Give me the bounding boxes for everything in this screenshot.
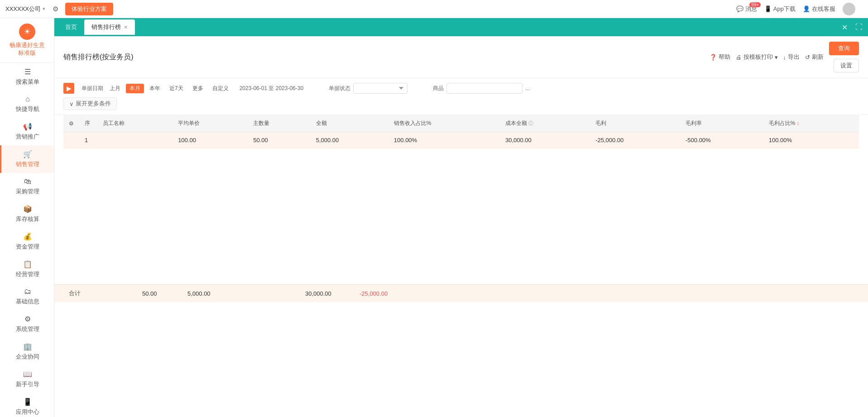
filter-toggle-btn[interactable]: ▶ [63, 83, 74, 94]
filter-area: ▶ 单据日期 上月 本月 本年 近7天 更多 自定义 [54, 78, 868, 115]
refresh-button[interactable]: ↺ 刷新 [805, 53, 824, 61]
sidebar-item-search[interactable]: ☰ 搜索菜单 [0, 63, 54, 91]
refresh-icon: ↺ [805, 54, 810, 61]
enterprise-icon: 🏢 [23, 342, 32, 351]
goods-label: 商品 [433, 85, 444, 92]
sidebar-item-system-label: 系统管理 [16, 325, 39, 333]
inventory-icon: 📦 [23, 205, 32, 213]
sidebar-item-purchase-label: 采购管理 [16, 187, 39, 196]
export-button[interactable]: ↓ 导出 [783, 53, 800, 61]
sidebar-item-inventory-label: 库存核算 [16, 215, 39, 223]
goods-input[interactable] [446, 83, 523, 94]
cell-employee [97, 132, 173, 149]
settings-icon[interactable]: ⚙ [49, 3, 62, 15]
table-header: ⚙ 序 员工名称 平均单价 主数量 全额 销售收入占比% 成本全额 ⓘ 毛利 毛… [63, 115, 859, 132]
top-right-actions: 💬 消息 99+ 📱 App下载 👤 在线客服 [736, 3, 863, 15]
sidebar-item-marketing-label: 营销推广 [16, 133, 39, 141]
date-label: 单据日期 [82, 85, 103, 92]
status-select[interactable] [353, 83, 408, 94]
marketing-icon: 📢 [23, 122, 32, 131]
date-opt-7days[interactable]: 近7天 [166, 84, 187, 93]
cell-main-qty: 50.00 [248, 132, 310, 149]
logo-icon: ☀ [19, 24, 35, 40]
template-print-label: 按模板打印 [743, 53, 773, 61]
search-menu-icon: ☰ [24, 67, 31, 76]
help-label: 帮助 [719, 53, 730, 61]
trial-button[interactable]: 体验行业方案 [65, 3, 113, 15]
date-opt-last-month[interactable]: 上月 [106, 84, 124, 93]
expand-button[interactable]: ∨ 展开更多条件 [63, 97, 117, 110]
col-gross-rate: 毛利率 [680, 115, 763, 132]
tab-fullscreen-icon[interactable]: ⛶ [854, 22, 864, 33]
footer-amount: 5,000.00 [187, 290, 242, 297]
cell-gross-pct: 100.00% [763, 132, 859, 149]
tab-bar: 首页 销售排行榜 ✕ ✕ ⛶ [54, 18, 868, 36]
settings-button[interactable]: 设置 [834, 59, 859, 72]
sidebar-item-system[interactable]: ⚙ 系统管理 [0, 310, 54, 338]
table-footer: 合计 50.00 5,000.00 30,000.00 -25,000.00 [54, 284, 868, 302]
finance-icon: 💰 [23, 232, 32, 241]
tab-home[interactable]: 首页 [58, 19, 84, 35]
date-opt-custom[interactable]: 自定义 [209, 84, 232, 93]
cell-gross: -25,000.00 [590, 132, 680, 149]
template-print-button[interactable]: 🖨 按模板打印 ▾ [736, 53, 778, 61]
tab-sales-rank[interactable]: 销售排行榜 ✕ [84, 19, 135, 35]
col-settings[interactable]: ⚙ [63, 115, 79, 132]
col-gross-pct: 毛利占比% ↕ [763, 115, 859, 132]
cell-avg-price: 100.00 [173, 132, 248, 149]
help-icon: ❓ [710, 54, 717, 61]
expand-icon: ∨ [69, 101, 74, 107]
app-icon: 📱 [764, 5, 772, 12]
sidebar-item-app-center[interactable]: 📱 应用中心 [0, 393, 54, 417]
tab-sales-rank-label: 销售排行榜 [91, 23, 121, 31]
cell-gross-rate: -500.00% [680, 132, 763, 149]
sidebar-item-quicknav-label: 快捷导航 [16, 105, 39, 113]
footer-cost: 30,000.00 [305, 290, 360, 297]
data-table: ⚙ 序 员工名称 平均单价 主数量 全额 销售收入占比% 成本全额 ⓘ 毛利 毛… [63, 115, 859, 149]
expand-label: 展开更多条件 [76, 100, 111, 108]
cell-amount: 5,000.00 [311, 132, 388, 149]
sidebar-item-marketing[interactable]: 📢 营销推广 [0, 118, 54, 145]
app-download-button[interactable]: 📱 App下载 [764, 5, 796, 13]
date-opt-this-month[interactable]: 本月 [126, 84, 144, 93]
page-title: 销售排行榜(按业务员) [63, 53, 134, 62]
app-center-icon: 📱 [23, 398, 32, 406]
message-badge: 99+ [749, 2, 761, 7]
online-service-button[interactable]: 👤 在线客服 [803, 5, 835, 13]
sidebar-item-sales-label: 销售管理 [16, 160, 39, 168]
tab-close-window-icon[interactable]: ✕ [839, 22, 850, 33]
filter-goods: 商品 ... [433, 83, 530, 94]
sidebar-item-finance[interactable]: 💰 资金管理 [0, 228, 54, 255]
table-row: 1 100.00 50.00 5,000.00 100.00% 30,000.0… [63, 132, 859, 149]
footer-gross: -25,000.00 [360, 290, 414, 297]
sidebar-item-sales[interactable]: 🛒 销售管理 [0, 145, 54, 173]
message-button[interactable]: 💬 消息 99+ [736, 5, 757, 13]
sidebar-item-purchase[interactable]: 🛍 采购管理 [0, 173, 54, 200]
date-opt-more[interactable]: 更多 [189, 84, 207, 93]
sidebar-item-operations-label: 经营管理 [16, 270, 39, 278]
sidebar-item-inventory[interactable]: 📦 库存核算 [0, 200, 54, 228]
page-actions: ❓ 帮助 🖨 按模板打印 ▾ ↓ 导出 ↺ 刷新 [710, 42, 859, 72]
sidebar-item-basic-info[interactable]: 🗂 基础信息 [0, 283, 54, 310]
goods-more-icon[interactable]: ... [525, 85, 530, 91]
message-icon: 💬 [736, 5, 743, 12]
sidebar-item-quick-nav[interactable]: ⌂ 快捷导航 [0, 91, 54, 118]
sidebar-item-operations[interactable]: 📋 经营管理 [0, 255, 54, 283]
table-wrap: ⚙ 序 员工名称 平均单价 主数量 全额 销售收入占比% 成本全额 ⓘ 毛利 毛… [54, 115, 868, 149]
date-opt-this-year[interactable]: 本年 [146, 84, 164, 93]
tab-close-icon[interactable]: ✕ [124, 24, 128, 30]
avatar[interactable] [843, 3, 855, 15]
purchase-icon: 🛍 [24, 177, 31, 186]
sidebar-item-search-label: 搜索菜单 [16, 78, 39, 86]
sidebar-item-enterprise[interactable]: 🏢 企业协同 [0, 338, 54, 365]
help-button[interactable]: ❓ 帮助 [710, 53, 730, 61]
sidebar-item-guide[interactable]: 📖 新手引导 [0, 365, 54, 393]
filter-status: 单据状态 [329, 83, 408, 94]
query-button[interactable]: 查询 [829, 42, 859, 55]
company-selector[interactable]: XXXXXX公司 ▾ [5, 5, 45, 13]
col-main-qty: 主数量 [248, 115, 310, 132]
export-icon: ↓ [783, 54, 786, 61]
cell-sales-pct: 100.00% [388, 132, 500, 149]
cell-rank: 1 [79, 132, 97, 149]
col-avg-price: 平均单价 [173, 115, 248, 132]
